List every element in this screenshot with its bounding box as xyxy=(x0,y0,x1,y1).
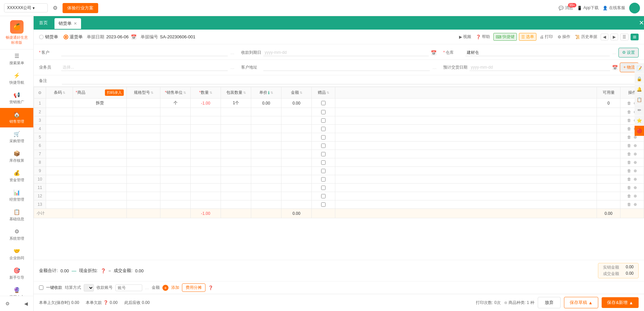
sidebar-item-system[interactable]: ⚙ 系统管理 xyxy=(0,225,33,244)
cell-barcode-12[interactable] xyxy=(46,192,73,200)
sidebar-collapse-button[interactable]: ◀ xyxy=(21,299,31,308)
due-date-calendar-icon[interactable]: 📅 xyxy=(431,50,437,55)
sidebar-item-enterprise[interactable]: 🤝 企业协同 xyxy=(0,244,33,264)
cell-price-13[interactable] xyxy=(251,200,281,209)
copy-row-13[interactable]: ⊕ xyxy=(634,202,637,207)
cell-pack-qty-12[interactable] xyxy=(221,192,251,200)
gift-checkbox-1[interactable] xyxy=(321,101,326,105)
cell-pack-qty-10[interactable] xyxy=(221,175,251,184)
warehouse-more-icon[interactable]: … xyxy=(612,50,616,55)
cell-qty-10[interactable] xyxy=(191,175,221,184)
price-info-icon[interactable]: ℹ xyxy=(268,90,270,95)
select-order-button[interactable]: ☰ 选单 xyxy=(519,33,536,41)
cell-qty-1[interactable]: -1.00 xyxy=(191,99,221,108)
cell-gift-11[interactable] xyxy=(312,184,335,192)
cell-qty-13[interactable] xyxy=(191,200,221,209)
cell-pack-qty-1[interactable]: 1个 xyxy=(221,99,251,108)
pack-qty-sort-icon[interactable]: ⇅ xyxy=(243,91,246,94)
cell-price-3[interactable] xyxy=(251,116,281,125)
delete-row-4[interactable]: 🗑 xyxy=(627,126,631,131)
delete-row-5[interactable]: 🗑 xyxy=(627,135,631,140)
gift-sort-icon[interactable]: ⇅ xyxy=(327,91,329,94)
cell-price-6[interactable] xyxy=(251,142,281,150)
delete-row-12[interactable]: 🗑 xyxy=(627,194,631,198)
cell-amount-2[interactable] xyxy=(281,108,312,116)
copy-row-7[interactable]: ⊕ xyxy=(634,152,637,156)
cell-qty-8[interactable] xyxy=(191,158,221,167)
date-calendar-icon[interactable]: 📅 xyxy=(131,34,137,40)
cell-gift-12[interactable] xyxy=(312,192,335,200)
cell-pack-qty-3[interactable] xyxy=(221,116,251,125)
help-due-icon[interactable]: ❓ xyxy=(103,300,108,305)
cell-product-12[interactable] xyxy=(73,192,127,200)
sidebar-item-sales[interactable]: 🏠 销售管理 xyxy=(0,108,33,127)
cell-barcode-3[interactable] xyxy=(46,116,73,125)
online-service-button[interactable]: 👤 在线客服 xyxy=(603,5,625,11)
copy-row-11[interactable]: ⊕ xyxy=(634,185,637,190)
delete-row-7[interactable]: 🗑 xyxy=(627,152,631,156)
settings-button[interactable]: ⚙ 设置 xyxy=(618,48,639,57)
trial-button[interactable]: 体验行业方案 xyxy=(63,3,98,13)
gift-checkbox-9[interactable] xyxy=(321,169,326,173)
cell-price-5[interactable] xyxy=(251,133,281,142)
cell-unit-9[interactable] xyxy=(160,167,191,175)
float-star-button[interactable]: ⭐ xyxy=(635,115,644,125)
cell-spec-10[interactable] xyxy=(127,175,160,184)
cell-amount-13[interactable] xyxy=(281,200,312,209)
radio-sales-order[interactable]: 销货单 xyxy=(39,34,58,40)
operate-button[interactable]: ⚙ 操作 xyxy=(556,33,572,40)
video-button[interactable]: ▶ 视频 xyxy=(458,33,472,40)
cell-spec-8[interactable] xyxy=(127,158,160,167)
shortcut-button[interactable]: ⌨ 快捷键 xyxy=(493,33,517,41)
copy-row-10[interactable]: ⊕ xyxy=(634,177,637,182)
cell-barcode-8[interactable] xyxy=(46,158,73,167)
cell-barcode-11[interactable] xyxy=(46,184,73,192)
spec-sort-icon[interactable]: ⇅ xyxy=(151,91,153,94)
table-settings-icon[interactable]: ⚙ xyxy=(38,90,42,95)
cell-amount-4[interactable] xyxy=(281,125,312,133)
user-avatar[interactable] xyxy=(629,3,640,13)
copy-row-12[interactable]: ⊕ xyxy=(634,194,637,198)
cell-product-10[interactable] xyxy=(73,175,127,184)
cell-unit-12[interactable] xyxy=(160,192,191,200)
help-discount-icon[interactable]: ❓ xyxy=(101,268,106,273)
cell-unit-13[interactable] xyxy=(160,200,191,209)
cell-amount-8[interactable] xyxy=(281,158,312,167)
cell-gift-2[interactable] xyxy=(312,108,335,116)
sidebar-item-purchase[interactable]: 🛒 采购管理 xyxy=(0,127,33,147)
cell-barcode-2[interactable] xyxy=(46,108,73,116)
cell-unit-3[interactable] xyxy=(160,116,191,125)
expense-button[interactable]: 费用分摊 xyxy=(182,283,205,292)
settings-icon[interactable]: ⚙ xyxy=(50,3,60,13)
cell-spec-13[interactable] xyxy=(127,200,160,209)
cell-price-11[interactable] xyxy=(251,184,281,192)
expected-date-input[interactable] xyxy=(469,64,610,71)
cell-price-2[interactable] xyxy=(251,108,281,116)
cell-gift-6[interactable] xyxy=(312,142,335,150)
cell-spec-5[interactable] xyxy=(127,133,160,142)
cell-qty-9[interactable] xyxy=(191,167,221,175)
sidebar-settings-button[interactable]: ⚙ xyxy=(3,299,12,308)
cell-price-1[interactable]: 0.00 xyxy=(251,99,281,108)
sidebar-item-finance[interactable]: 💰 资金管理 xyxy=(0,166,33,186)
cell-pack-qty-8[interactable] xyxy=(221,158,251,167)
help-expense-icon[interactable]: ❓ xyxy=(208,285,213,290)
save-draft-chevron[interactable]: ▲ xyxy=(589,300,593,305)
save-draft-button[interactable]: 保存草稿 ▲ xyxy=(564,297,599,308)
cell-spec-12[interactable] xyxy=(127,192,160,200)
cell-product-13[interactable] xyxy=(73,200,127,209)
cell-amount-11[interactable] xyxy=(281,184,312,192)
message-button[interactable]: 💬 消息 99+ xyxy=(559,5,573,11)
barcode-sort-icon[interactable]: ⇅ xyxy=(63,91,65,94)
cell-qty-12[interactable] xyxy=(191,192,221,200)
qty-sort-icon[interactable]: ⇅ xyxy=(210,91,212,94)
print-button[interactable]: 🖨 打印 xyxy=(538,33,554,40)
cell-gift-5[interactable] xyxy=(312,133,335,142)
sidebar-item-basic-info[interactable]: 📋 基础信息 xyxy=(0,205,33,225)
sidebar-item-marketing[interactable]: 📢 营销推广 xyxy=(0,88,33,108)
history-button[interactable]: 📜 历史单据 xyxy=(574,33,599,40)
cell-spec-9[interactable] xyxy=(127,167,160,175)
cell-barcode-6[interactable] xyxy=(46,142,73,150)
salesman-input[interactable] xyxy=(61,64,228,71)
cell-unit-7[interactable] xyxy=(160,150,191,158)
